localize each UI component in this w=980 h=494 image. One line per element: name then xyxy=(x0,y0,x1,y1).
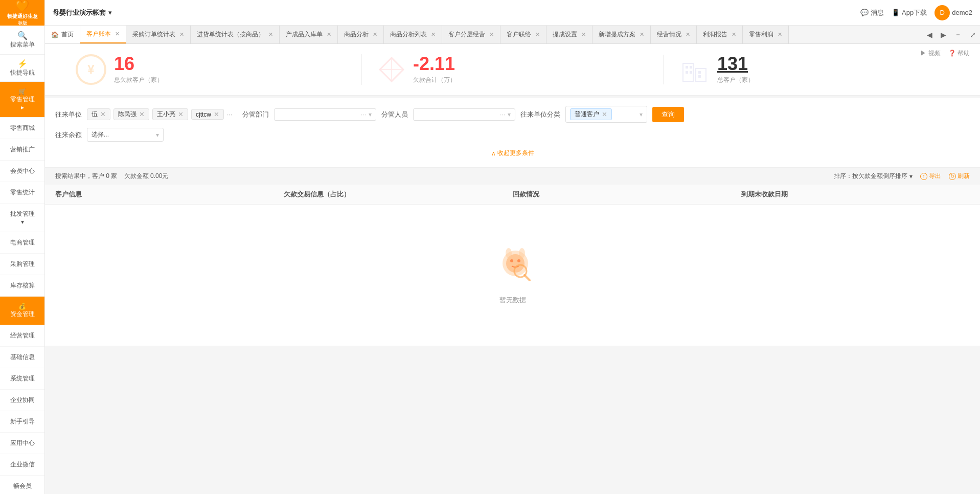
tab-purchase-close[interactable]: ✕ xyxy=(179,31,184,38)
export-btn[interactable]: ↑ 导出 xyxy=(920,172,941,181)
tab-prev-btn[interactable]: ◀ xyxy=(923,29,937,41)
tab-retail-profit[interactable]: 零售利润 ✕ xyxy=(743,26,789,43)
tab-customer-ledger-close[interactable]: ✕ xyxy=(115,31,120,37)
tab-commission-settings[interactable]: 提成设置 ✕ xyxy=(546,26,592,43)
sidebar-item-finance[interactable]: 💰 资金管理 xyxy=(0,297,44,325)
sidebar-appcenter-label: 应用中心 xyxy=(2,439,42,447)
svg-line-16 xyxy=(525,275,530,280)
tab-customer-contact-close[interactable]: ✕ xyxy=(535,31,540,38)
dept-arrow-icon: ▾ xyxy=(369,111,372,118)
sidebar-item-ecommerce[interactable]: 电商管理 xyxy=(0,232,44,254)
sidebar-item-quicknav[interactable]: ⚡ 快捷导航 xyxy=(0,55,44,82)
tab-goods-analysis-list[interactable]: 商品分析列表 ✕ xyxy=(384,26,442,43)
sidebar-wholesale-label: 批发管理 xyxy=(2,210,42,218)
filter-tag-cjttcw-remove[interactable]: ✕ xyxy=(214,110,219,118)
collapse-btn[interactable]: ∧ 收起更多条件 xyxy=(486,147,539,160)
tab-minimize-btn[interactable]: － xyxy=(950,28,966,41)
sidebar-item-search[interactable]: 🔍 搜索菜单 xyxy=(0,26,44,55)
user-profile[interactable]: D demo2 xyxy=(935,5,972,20)
filter-tag-chen-remove[interactable]: ✕ xyxy=(139,110,145,118)
person-arrow-icon: ▾ xyxy=(508,111,511,118)
sidebar-item-newbie[interactable]: 新手引导 xyxy=(0,411,44,433)
tab-product-inbound-label: 产成品入库单 xyxy=(286,30,323,39)
help-btn[interactable]: ❓ 帮助 xyxy=(948,49,970,58)
sidebar-item-wechat[interactable]: 企业微信 xyxy=(0,454,44,476)
tab-product-inbound[interactable]: 产成品入库单 ✕ xyxy=(280,26,338,43)
filter-tag-wang-remove[interactable]: ✕ xyxy=(178,110,184,118)
sidebar-item-operations[interactable]: 经营管理 xyxy=(0,325,44,347)
sidebar-item-wholesale[interactable]: 批发管理 ▾ xyxy=(0,204,44,232)
unit-class-select[interactable]: 普通客户 ✕ ▾ xyxy=(565,106,647,123)
tab-goods-analysis-list-label: 商品分析列表 xyxy=(390,30,427,39)
sidebar-item-collaboration[interactable]: 企业协同 xyxy=(0,390,44,411)
tab-customer-tier-close[interactable]: ✕ xyxy=(489,31,494,38)
svg-point-18 xyxy=(519,248,525,258)
tab-customer-ledger[interactable]: 客户账本 ✕ xyxy=(80,26,126,43)
tab-next-btn[interactable]: ▶ xyxy=(937,29,950,41)
more-tags-btn[interactable]: ··· xyxy=(227,111,232,118)
tab-new-commission[interactable]: 新增提成方案 ✕ xyxy=(592,26,651,43)
unit-class-remove[interactable]: ✕ xyxy=(602,110,607,118)
tab-home[interactable]: 🏠 首页 xyxy=(45,26,80,43)
refresh-btn[interactable]: ↻ 刷新 xyxy=(949,172,970,181)
svg-rect-9 xyxy=(698,71,701,74)
person-more-icon: ··· xyxy=(500,111,505,118)
tab-operations-close[interactable]: ✕ xyxy=(686,31,690,38)
tab-goods-analysis[interactable]: 商品分析 ✕ xyxy=(338,26,384,43)
results-bar: 搜索结果中，客户 0 家 欠款金额 0.00元 排序：按欠款金额倒序排序 ▾ ↑… xyxy=(45,168,980,185)
tab-product-close[interactable]: ✕ xyxy=(327,31,331,38)
tab-retail-profit-close[interactable]: ✕ xyxy=(778,31,782,38)
balance-placeholder: 选择... xyxy=(92,130,109,139)
person-select[interactable]: ··· ▾ xyxy=(413,108,515,121)
sidebar-item-basic[interactable]: 基础信息 xyxy=(0,347,44,368)
tab-goods-list-close[interactable]: ✕ xyxy=(431,31,436,38)
tab-inbound-close[interactable]: ✕ xyxy=(268,31,273,38)
sidebar-retail-stats-label: 零售统计 xyxy=(2,188,42,197)
sidebar-item-changhui[interactable]: 畅会员 xyxy=(0,476,44,494)
query-btn[interactable]: 查询 xyxy=(652,107,684,122)
balance-select[interactable]: 选择... ▾ xyxy=(87,128,164,142)
sidebar-item-retail-management[interactable]: 🛒 零售管理 ▸ xyxy=(0,82,44,118)
debt-amount: 0.00元 xyxy=(150,172,168,179)
tab-commission-close[interactable]: ✕ xyxy=(581,31,586,38)
sidebar-item-purchase[interactable]: 采购管理 xyxy=(0,254,44,275)
tab-purchase-order-stats[interactable]: 采购订单统计表 ✕ xyxy=(126,26,191,43)
balance-filter-label: 往来余额 xyxy=(55,130,82,140)
sort-select[interactable]: 排序：按欠款金额倒序排序 ▾ xyxy=(834,172,913,181)
store-selector[interactable]: 母婴行业演示帐套 ▾ xyxy=(53,8,112,17)
stat-total-debtors: ¥ 16 总欠款客户（家） xyxy=(60,54,362,85)
sidebar-item-appcenter[interactable]: 应用中心 xyxy=(0,433,44,454)
dept-select[interactable]: ··· ▾ xyxy=(274,108,376,121)
tab-home-label: 首页 xyxy=(61,30,74,39)
sidebar-item-marketing[interactable]: 营销推广 xyxy=(0,139,44,161)
tab-profit-report[interactable]: 利润报告 ✕ xyxy=(697,26,743,43)
unit-filter-tags: 伍 ✕ 陈民强 ✕ 王小亮 ✕ cjttcw ✕ ··· xyxy=(87,108,232,120)
sidebar-item-retail-mall[interactable]: 零售商城 xyxy=(0,118,44,139)
tab-customer-contact[interactable]: 客户联络 ✕ xyxy=(500,26,546,43)
filter-tag-wu-remove[interactable]: ✕ xyxy=(100,110,106,118)
svg-rect-8 xyxy=(690,71,692,74)
tab-goods-analysis-close[interactable]: ✕ xyxy=(373,31,377,38)
sidebar-purchase-label: 采购管理 xyxy=(2,260,42,268)
sidebar-item-member[interactable]: 会员中心 xyxy=(0,161,44,182)
video-help-btn[interactable]: ▶ 视频 xyxy=(920,49,940,58)
stat-content-debt: -2.11 欠款合计（万） xyxy=(413,55,456,84)
message-icon: 💬 xyxy=(860,9,869,16)
sidebar-changhui-label: 畅会员 xyxy=(2,482,42,490)
tab-new-commission-close[interactable]: ✕ xyxy=(640,31,644,38)
yuan-icon: ¥ xyxy=(76,54,106,85)
sidebar-newbie-label: 新手引导 xyxy=(2,417,42,426)
tab-inbound-stats[interactable]: 进货单统计表（按商品） ✕ xyxy=(191,26,280,43)
sidebar-retail-mall-label: 零售商城 xyxy=(2,124,42,132)
tab-maximize-btn[interactable]: ⤢ xyxy=(966,29,980,41)
tab-customer-tier[interactable]: 客户分层经营 ✕ xyxy=(442,26,500,43)
tab-operations[interactable]: 经营情况 ✕ xyxy=(651,26,697,43)
sidebar-item-inventory[interactable]: 库存核算 xyxy=(0,275,44,297)
sidebar-item-retail-stats[interactable]: 零售统计 xyxy=(0,182,44,204)
sidebar-item-system[interactable]: 系统管理 xyxy=(0,368,44,390)
sidebar-collaboration-label: 企业协同 xyxy=(2,396,42,405)
app-download-btn[interactable]: 📱 App下载 xyxy=(892,8,927,17)
sidebar-operations-label: 经营管理 xyxy=(2,331,42,340)
tab-profit-close[interactable]: ✕ xyxy=(732,31,736,38)
message-btn[interactable]: 💬 消息 xyxy=(860,8,884,17)
